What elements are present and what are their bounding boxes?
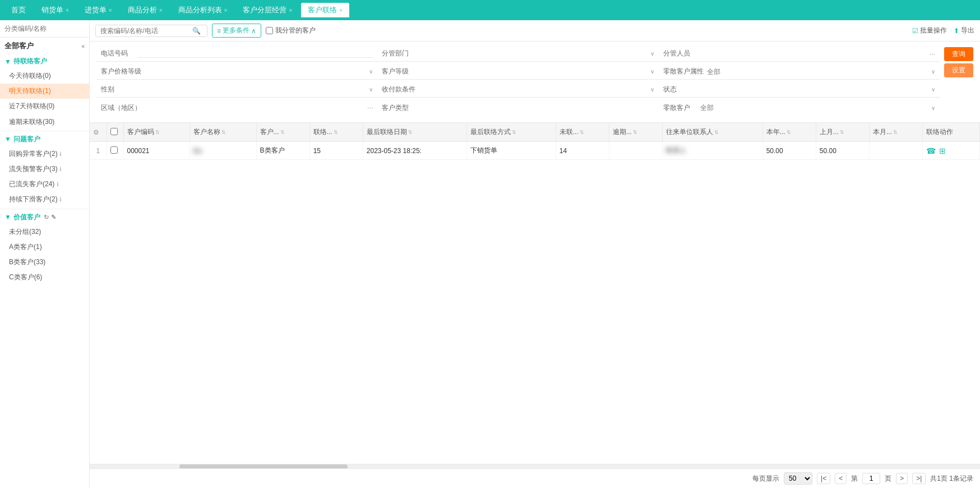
all-customers-section[interactable]: 全部客户 « xyxy=(0,38,89,54)
gender-input[interactable] xyxy=(138,86,366,94)
phone-input[interactable] xyxy=(138,49,373,58)
gear-icon[interactable]: ⚙ xyxy=(93,128,99,136)
sort-icon[interactable]: ⇅ xyxy=(334,130,338,135)
nav-purchase-order[interactable]: 进货单 × xyxy=(78,3,119,17)
sort-icon[interactable]: ⇅ xyxy=(893,130,898,135)
nav-product-analysis[interactable]: 商品分析 × xyxy=(121,3,169,17)
chevron-down-icon[interactable]: ∨ xyxy=(369,68,373,75)
sidebar-item-c-class[interactable]: C类客户(6) xyxy=(0,270,89,285)
sort-icon[interactable]: ⇅ xyxy=(221,130,226,135)
customer-level-input[interactable] xyxy=(419,68,646,76)
more-filter-button[interactable]: ≡ 更多条件 ∧ xyxy=(212,24,261,38)
th-last-month: 上月... ⇅ xyxy=(816,123,869,142)
per-page-select[interactable]: 50 100 200 xyxy=(784,472,812,485)
sort-icon[interactable]: ⇅ xyxy=(714,130,719,135)
edit-icon[interactable]: ✎ xyxy=(51,214,56,221)
sidebar-search-input[interactable] xyxy=(4,25,89,33)
table-row: 1 000021 Ea B类客户 xyxy=(90,142,980,160)
set-button[interactable]: 设置 xyxy=(944,63,973,77)
my-customers-checkbox-label[interactable]: 我分管的客户 xyxy=(266,26,316,35)
sidebar-search-area: 🔍 xyxy=(0,20,89,38)
chevron-down-icon[interactable]: ∨ xyxy=(369,86,373,93)
next-page-button[interactable]: > xyxy=(896,473,908,484)
close-icon[interactable]: × xyxy=(224,7,228,13)
retail-attr-input[interactable] xyxy=(707,68,928,76)
batch-op-button[interactable]: ☑ 批量操作 xyxy=(912,26,947,35)
search-icon[interactable]: 🔍 xyxy=(192,27,201,35)
close-icon[interactable]: × xyxy=(109,7,112,13)
my-customers-checkbox[interactable] xyxy=(266,27,273,34)
sidebar-item-overdue[interactable]: 逾期未联络(30) xyxy=(0,114,89,130)
th-action: 联络动作 xyxy=(923,123,980,142)
export-button[interactable]: ⬆ 导出 xyxy=(954,26,974,35)
more-icon[interactable]: ··· xyxy=(367,104,373,112)
phone-icon[interactable]: ☎ xyxy=(926,146,936,155)
price-level-input[interactable] xyxy=(145,68,366,76)
chevron-down-icon[interactable]: ∨ xyxy=(650,50,654,57)
payment-input[interactable] xyxy=(419,86,646,94)
dept-input[interactable] xyxy=(419,50,646,58)
sort-icon[interactable]: ⇅ xyxy=(633,130,637,135)
sort-icon[interactable]: ⇅ xyxy=(512,130,516,135)
close-icon[interactable]: × xyxy=(289,7,292,13)
filter-actions: 查询 设置 xyxy=(944,46,973,77)
sort-icon[interactable]: ⇅ xyxy=(787,130,791,135)
select-all-checkbox[interactable] xyxy=(110,128,118,135)
row-select-checkbox[interactable] xyxy=(110,146,118,154)
filter-status: 状态 ∨ xyxy=(659,82,940,98)
more-icon[interactable]: ··· xyxy=(930,50,935,58)
search-input[interactable] xyxy=(100,27,190,35)
chevron-down-icon[interactable]: ∨ xyxy=(931,105,935,111)
first-page-button[interactable]: |< xyxy=(817,473,830,484)
th-this-month: 本月... ⇅ xyxy=(869,123,922,142)
last-page-button[interactable]: >| xyxy=(912,473,926,484)
customer-type-input[interactable] xyxy=(419,104,654,112)
row-num: 1 xyxy=(90,142,107,160)
scroll-track xyxy=(90,464,980,468)
sort-icon[interactable]: ⇅ xyxy=(155,130,160,135)
sort-icon[interactable]: ⇅ xyxy=(280,130,285,135)
th-contact-person: 往来单位联系人 ⇅ xyxy=(663,123,763,142)
filter-phone: 电话号码 xyxy=(96,46,377,62)
close-icon[interactable]: × xyxy=(159,7,163,13)
chevron-down-icon[interactable]: ∨ xyxy=(650,86,654,93)
sidebar-item-declining[interactable]: 持续下滑客户(2) ℹ xyxy=(0,192,89,207)
filter-row-3: 性别 ∨ 收付款条件 ∨ 状态 ∨ xyxy=(96,82,940,98)
sidebar-item-abnormal[interactable]: 回购异常客户(2) ℹ xyxy=(0,146,89,162)
query-button[interactable]: 查询 xyxy=(944,47,973,61)
row-code: 000021 xyxy=(123,142,190,160)
manager-input[interactable] xyxy=(700,50,926,58)
nav-customer-tier[interactable]: 客户分层经营 × xyxy=(236,3,299,17)
area-input[interactable] xyxy=(145,104,364,112)
filter-customer-level: 客户等级 ∨ xyxy=(377,64,658,80)
chevron-down-icon[interactable]: ∨ xyxy=(650,68,654,75)
chevron-down-icon[interactable]: ∨ xyxy=(931,68,935,75)
status-input[interactable] xyxy=(700,86,928,94)
sort-icon[interactable]: ⇅ xyxy=(840,130,844,135)
refresh-icon[interactable]: ↻ xyxy=(44,214,49,221)
top-nav: 首页 销货单 × 进货单 × 商品分析 × 商品分析列表 × 客户分层经营 × … xyxy=(0,0,980,20)
sidebar-item-churn-warning[interactable]: 流失预警客户(3) ℹ xyxy=(0,162,89,177)
chevron-down-icon[interactable]: ∨ xyxy=(931,86,935,93)
content-area: 🔍 ≡ 更多条件 ∧ 我分管的客户 ☑ 批量操作 ⬆ 导出 xyxy=(90,20,980,488)
nav-home[interactable]: 首页 xyxy=(4,3,33,17)
qrcode-icon[interactable]: ⊞ xyxy=(939,146,946,155)
sidebar-item-a-class[interactable]: A类客户(1) xyxy=(0,240,89,255)
close-icon[interactable]: × xyxy=(66,7,69,13)
retail-customer-input[interactable] xyxy=(700,104,928,112)
close-icon[interactable]: × xyxy=(339,7,343,13)
prev-page-button[interactable]: < xyxy=(835,473,847,484)
sort-icon[interactable]: ⇅ xyxy=(408,130,413,135)
sidebar-item-ungrouped[interactable]: 未分组(32) xyxy=(0,224,89,240)
sidebar-item-7days[interactable]: 近7天待联络(0) xyxy=(0,99,89,114)
filter-area: 区域（地区） ··· xyxy=(96,100,377,116)
nav-customer-contact[interactable]: 客户联络 × xyxy=(301,3,349,17)
page-num-input[interactable] xyxy=(862,473,880,484)
sidebar-item-tomorrow[interactable]: 明天待联络(1) xyxy=(0,84,89,99)
sort-icon[interactable]: ⇅ xyxy=(580,130,584,135)
sidebar-item-b-class[interactable]: B类客户(33) xyxy=(0,255,89,270)
nav-product-analysis-list[interactable]: 商品分析列表 × xyxy=(172,3,234,17)
sidebar-item-churned[interactable]: 已流失客户(24) ℹ xyxy=(0,177,89,192)
sidebar-item-today[interactable]: 今天待联络(0) xyxy=(0,68,89,84)
nav-sales-order[interactable]: 销货单 × xyxy=(35,3,76,17)
